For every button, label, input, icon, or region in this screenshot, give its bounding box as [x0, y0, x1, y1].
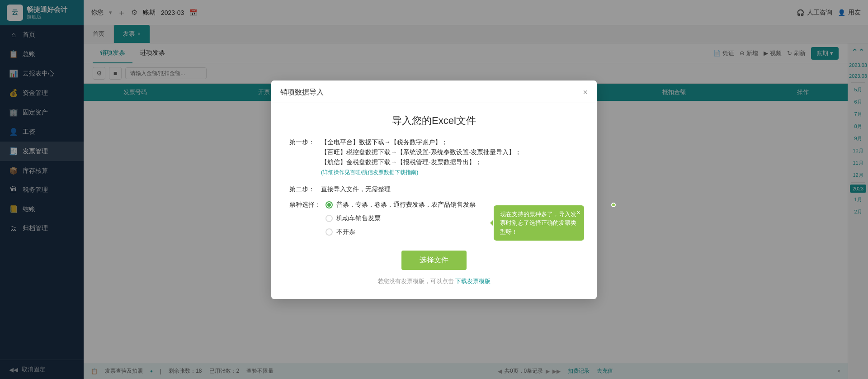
- step1-content: 【全电平台】数据下载→【税务数字账户】； 【百旺】税控盘数据下载→【系统设置-系…: [321, 138, 579, 176]
- radio-btn-1[interactable]: [326, 215, 333, 222]
- step1-label: 第一步：: [289, 138, 321, 147]
- download-template-link[interactable]: 下载发票模版: [455, 278, 491, 284]
- modal-body: 导入您的Excel文件 第一步： 【全电平台】数据下载→【税务数字账户】； 【百…: [271, 103, 597, 299]
- guide-link[interactable]: (详细操作见百旺/航信发票数据下载指南): [321, 169, 418, 175]
- radio-btn-2[interactable]: [326, 228, 333, 236]
- modal-main-title: 导入您的Excel文件: [289, 114, 579, 128]
- modal-close-btn[interactable]: ×: [583, 88, 588, 97]
- radio-group: 普票，专票，卷票，通行费发票，农产品销售发票 × 现在支持的票种多了，导入发票时…: [326, 201, 579, 236]
- step2-section: 第二步： 直接导入文件，无需整理: [289, 185, 579, 194]
- radio-btn-0[interactable]: [326, 201, 333, 208]
- modal-title: 销项数据导入: [280, 88, 324, 97]
- ticket-select-section: 票种选择： 普票，专票，卷票，通行费发票，农产品销售发票: [289, 201, 579, 242]
- tooltip-dot: [611, 203, 616, 207]
- step1-section: 第一步： 【全电平台】数据下载→【税务数字账户】； 【百旺】税控盘数据下载→【系…: [289, 138, 579, 178]
- select-file-btn[interactable]: 选择文件: [401, 251, 467, 270]
- tooltip-bubble: × 现在支持的票种多了，导入发票时别忘了选择正确的发票类型呀！: [494, 205, 584, 241]
- ticket-select-label: 票种选择：: [289, 201, 321, 209]
- tooltip-close-btn[interactable]: ×: [577, 208, 580, 218]
- import-modal: 销项数据导入 × 导入您的Excel文件 第一步： 【全电平台】数据下载→【税务…: [271, 81, 597, 299]
- modal-header: 销项数据导入 ×: [271, 81, 597, 103]
- modal-footer: 若您没有发票模版，可以点击 下载发票模版: [289, 277, 579, 285]
- modal-overlay[interactable]: 销项数据导入 × 导入您的Excel文件 第一步： 【全电平台】数据下载→【税务…: [0, 0, 868, 379]
- radio-item-0: 普票，专票，卷票，通行费发票，农产品销售发票 × 现在支持的票种多了，导入发票时…: [326, 201, 579, 209]
- step2-label: 第二步：: [289, 185, 321, 194]
- step2-content: 直接导入文件，无需整理: [321, 185, 579, 194]
